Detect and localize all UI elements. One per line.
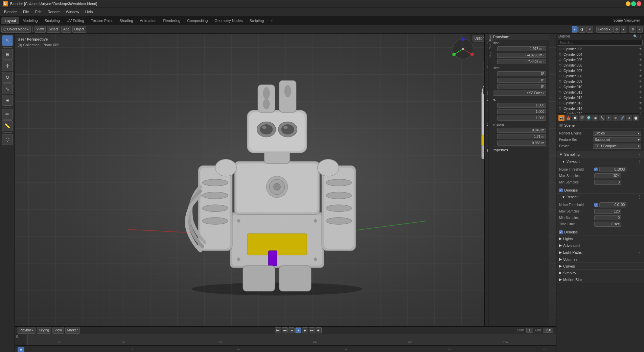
render-sub-menu[interactable]: ⋮ [637,195,641,199]
tab-scripting[interactable]: Scripting [246,17,267,24]
outliner-item-5[interactable]: ⬡ Cylinder.008 👁 [556,73,644,79]
snap-toggle[interactable]: ⊙ [613,26,620,33]
render-engine-dropdown[interactable]: Cycles ▾ [593,131,641,136]
physics-icon-tab[interactable]: ⊕ [613,115,619,121]
device-dropdown[interactable]: GPU Compute ▾ [593,144,641,149]
location-y-field[interactable]: ◂ -4.3793 m ▸ [497,53,546,58]
scale-z-field[interactable]: 1.000 [497,116,546,121]
visibility-icon-7[interactable]: 👁 [638,84,643,89]
playback-menu[interactable]: Playback [18,327,36,334]
start-frame-field[interactable]: 1 [526,328,533,333]
tab-layout[interactable]: Layout [1,17,19,24]
max-samples-render-field[interactable]: 128 [594,209,621,214]
location-x-arrow-left[interactable]: ◂ [528,47,529,50]
keying-menu[interactable]: Keying [37,327,51,334]
outliner-item-2[interactable]: ⬡ Cylinder.005 👁 [556,57,644,62]
tab-shading[interactable]: Shading [116,17,136,24]
prev-keyframe-btn[interactable]: ◂◂ [282,327,288,333]
visibility-icon-2[interactable]: 👁 [638,57,643,62]
location-x-field[interactable]: ◂ 1.973 m ▸ [497,46,546,51]
jump-end-btn[interactable]: ⏭ [316,327,322,333]
volumes-section[interactable]: ▶ Volumes [556,256,644,262]
curves-section[interactable]: ▶ Curves [556,262,644,269]
viewport-sub-menu[interactable]: ⋮ [637,159,641,164]
dim-z-field[interactable]: 0.988 m [497,141,546,146]
max-samples-viewport-field[interactable]: 1024 [594,173,621,178]
outliner-item-9[interactable]: ⬡ Cylinder.012 👁 [556,95,644,100]
next-keyframe-btn[interactable]: ▸▸ [309,327,315,333]
scene-icon-tab[interactable]: 🎬 [579,115,585,121]
location-x-arrow-right[interactable]: ▸ [543,47,544,50]
sampling-menu-icon[interactable]: ⋮ [637,152,641,157]
denoise-render-section[interactable]: ✓ Denoise [556,229,644,235]
location-y-arrow-right[interactable]: ▸ [543,54,544,57]
transform-tool[interactable]: ⊞ [2,95,13,106]
location-z-field[interactable]: ◂ 7.4407 m ▸ [497,59,546,64]
menu-help[interactable]: Help [83,9,96,15]
visibility-icon-9[interactable]: 👁 [638,95,643,100]
global-local[interactable]: Global ▾ [596,26,613,33]
proportional-edit[interactable]: ⊕ [629,26,636,33]
annotate-tool[interactable]: ✏ [2,109,13,120]
location-z-arrow-right[interactable]: ▸ [543,60,544,63]
visibility-icon-0[interactable]: 👁 [638,47,643,51]
minimize-button[interactable] [626,1,630,6]
location-z-arrow-left[interactable]: ◂ [526,60,527,63]
play-btn[interactable]: ▶ [302,327,308,333]
snap-settings[interactable]: ▾ [621,26,626,33]
side-tab-tool[interactable]: Tool [488,42,493,50]
tab-modeling[interactable]: Modeling [19,17,41,24]
outliner-item-7[interactable]: ⬡ Cylinder.010 👁 [556,84,644,90]
outliner-item-1[interactable]: ⬡ Cylinder.004 👁 [556,52,644,57]
viewport-shading-material[interactable]: ◑ [578,26,585,33]
rotation-mode-dropdown[interactable]: XYZ Euler ▾ [487,91,546,96]
material-icon-tab[interactable]: ⬤ [633,115,639,121]
side-tab-item[interactable]: Item [488,34,493,42]
maximize-button[interactable] [631,1,636,6]
light-paths-section[interactable]: ▶ Light Paths ⋮ [556,249,644,256]
sampling-header[interactable]: ▼ Sampling ⋮ [556,151,644,158]
cursor-tool[interactable]: ⊕ [2,49,13,60]
viewport-sub-header[interactable]: ▼ Viewport ⋮ [556,158,644,165]
outliner-item-3[interactable]: ⬡ Cylinder.006 👁 [556,62,644,68]
stop-btn[interactable]: ■ [295,327,301,333]
side-tab-view[interactable]: View [488,50,493,59]
view-menu-timeline[interactable]: View [52,327,64,334]
rotation-z-field[interactable]: 0° [497,84,546,89]
tab-animation[interactable]: Animation [137,17,160,24]
simplify-section[interactable]: ▶ Simplify [556,269,644,276]
play-reverse-btn[interactable]: ◂ [289,327,295,333]
outliner-item-10[interactable]: ⬡ Cylinder.013 👁 [556,100,644,106]
constraints-icon-tab[interactable]: 🔗 [619,115,625,121]
add-cube-tool[interactable]: ⬡ [2,134,13,145]
location-y-arrow-left[interactable]: ◂ [525,54,526,57]
timeline-track-area[interactable]: 0 0 50 100 150 [15,334,556,345]
tab-sculpting[interactable]: Sculpting [41,17,63,24]
outliner-search-input[interactable] [558,40,643,46]
tab-geometry-nodes[interactable]: Geometry Nodes [211,17,246,24]
noise-threshold-render-field[interactable]: 0.0100 [599,202,626,207]
view-layer-icon-tab[interactable]: 🔲 [572,115,578,121]
rotate-tool[interactable]: ↻ [2,72,13,83]
proportional-settings[interactable]: ▾ [637,26,643,33]
motion-blur-section[interactable]: ▶ Motion Blur [556,276,644,283]
viewport-3d[interactable]: ☆ [15,34,556,326]
scale-y-field[interactable]: 1.000 [497,109,546,114]
denoise-render-checkbox[interactable]: ✓ [559,230,563,234]
scene-selector[interactable]: Scene [613,19,623,22]
light-paths-menu[interactable]: ⋮ [637,250,641,255]
viewport-shading-rendered[interactable]: ☀ [586,26,593,33]
world-icon-tab[interactable]: 🌍 [585,115,592,121]
visibility-icon-1[interactable]: 👁 [638,52,643,57]
view-layer-selector[interactable]: ViewLayer [624,19,640,22]
dim-x-field[interactable]: 0.949 m [497,128,546,133]
move-tool[interactable]: ✛ [2,60,13,71]
add-menu[interactable]: Add [61,26,71,33]
time-limit-field[interactable]: 0 sec [594,222,621,227]
visibility-icon-3[interactable]: 👁 [638,63,643,68]
tab-compositing[interactable]: Compositing [184,17,211,24]
visibility-icon-4[interactable]: 👁 [638,68,643,73]
noise-threshold-render-checkbox[interactable]: ✓ [594,203,598,207]
outliner-item-11[interactable]: ⬡ Cylinder.014 👁 [556,106,644,111]
select-tool[interactable]: ↖ [2,35,13,46]
